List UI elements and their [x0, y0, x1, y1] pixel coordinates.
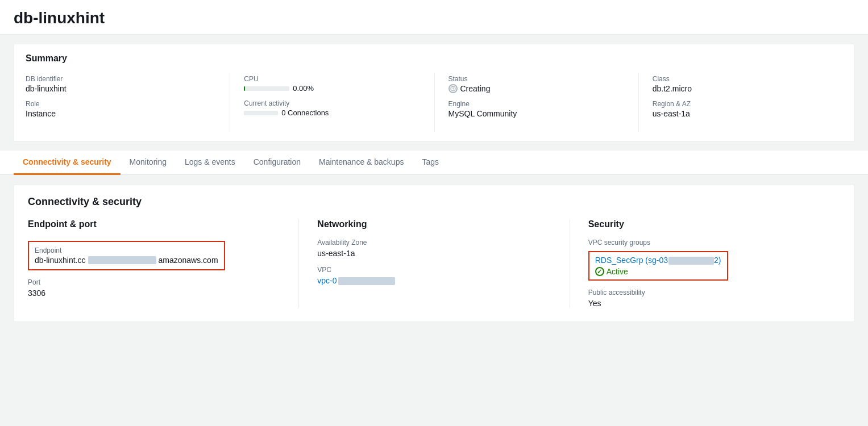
summary-col-1: DB identifier db-linuxhint Role Instance [26, 73, 230, 132]
engine-row: Engine MySQL Community [448, 100, 629, 118]
tab-configuration[interactable]: Configuration [244, 151, 310, 175]
engine-value: MySQL Community [448, 109, 629, 118]
db-identifier-row: DB identifier db-linuxhint [26, 75, 221, 93]
endpoint-port-title: Endpoint & port [28, 219, 280, 229]
summary-col-2: CPU 0.00% Current activity [230, 73, 434, 132]
svg-line-2 [453, 89, 454, 90]
endpoint-box: Endpoint db-linuxhint.cc amazonaws.com [28, 241, 225, 270]
page-wrapper: db-linuxhint Summary DB identifier db-li… [0, 0, 868, 426]
region-az-label: Region & AZ [653, 100, 833, 108]
vpc-sg-label: VPC security groups [588, 239, 822, 247]
status-creating-icon [448, 84, 458, 93]
endpoint-suffix: amazonaws.com [159, 256, 218, 265]
engine-label: Engine [448, 100, 629, 108]
cpu-bar-fill [244, 86, 245, 91]
current-activity-label: Current activity [244, 99, 425, 107]
class-value: db.t2.micro [653, 84, 833, 93]
cpu-row: CPU 0.00% [244, 75, 425, 93]
cpu-label: CPU [244, 75, 425, 83]
endpoint-port-col: Endpoint & port Endpoint db-linuxhint.cc… [28, 219, 298, 308]
tab-monitoring[interactable]: Monitoring [121, 151, 176, 175]
endpoint-blurred-1 [88, 256, 156, 264]
status-row: Status Creating [448, 75, 629, 93]
status-text: Creating [460, 84, 491, 93]
cpu-percent: 0.00% [293, 84, 314, 93]
port-label: Port [28, 278, 280, 286]
public-value: Yes [588, 299, 822, 308]
summary-card: Summary DB identifier db-linuxhint Role … [14, 44, 854, 141]
clock-icon [450, 86, 456, 91]
port-value: 3306 [28, 289, 280, 298]
tab-connectivity[interactable]: Connectivity & security [14, 151, 121, 175]
networking-col: Networking Availability Zone us-east-1a … [298, 219, 569, 308]
tab-tags[interactable]: Tags [413, 151, 448, 175]
security-col: Security VPC security groups RDS_SecGrp … [570, 219, 840, 308]
sg-link[interactable]: RDS_SecGrp (sg-032) [595, 256, 721, 265]
connectivity-grid: Endpoint & port Endpoint db-linuxhint.cc… [28, 219, 840, 308]
active-status: ✓ Active [595, 267, 721, 276]
connectivity-section-card: Connectivity & security Endpoint & port … [14, 184, 854, 322]
role-row: Role Instance [26, 100, 221, 118]
tab-maintenance[interactable]: Maintenance & backups [310, 151, 413, 175]
public-label: Public accessibility [588, 289, 822, 296]
db-identifier-label: DB identifier [26, 75, 221, 83]
conn-bar [244, 111, 278, 115]
sg-link-row: RDS_SecGrp (sg-032) [595, 256, 721, 265]
networking-title: Networking [317, 219, 551, 229]
status-value: Creating [448, 84, 629, 93]
page-header: db-linuxhint [0, 0, 868, 35]
cpu-bar [244, 86, 289, 91]
summary-grid: DB identifier db-linuxhint Role Instance… [26, 73, 842, 132]
role-value: Instance [26, 109, 221, 118]
db-identifier-value: db-linuxhint [26, 84, 221, 93]
security-title: Security [588, 219, 822, 229]
summary-col-3: Status Creating [434, 73, 638, 132]
vpc-link[interactable]: vpc-0 [317, 276, 394, 285]
endpoint-label: Endpoint [35, 247, 218, 254]
vpc-value: vpc-0 [317, 276, 551, 285]
activity-row: Current activity 0 Connections [244, 99, 425, 117]
az-value: us-east-1a [317, 249, 551, 258]
page-title: db-linuxhint [14, 9, 854, 27]
role-label: Role [26, 100, 221, 108]
endpoint-value-row: db-linuxhint.cc amazonaws.com [35, 256, 218, 265]
conn-bar-container: 0 Connections [244, 108, 425, 117]
class-row: Class db.t2.micro [653, 75, 833, 93]
tab-logs[interactable]: Logs & events [176, 151, 244, 175]
az-label: Availability Zone [317, 239, 551, 247]
region-az-value: us-east-1a [653, 109, 833, 118]
vpc-label: VPC [317, 266, 551, 274]
content-area: Summary DB identifier db-linuxhint Role … [0, 44, 868, 322]
tabs-container: Connectivity & security Monitoring Logs … [0, 151, 868, 175]
cpu-bar-container: 0.00% [244, 84, 425, 93]
class-label: Class [653, 75, 833, 83]
region-az-row: Region & AZ us-east-1a [653, 100, 833, 118]
summary-title: Summary [26, 53, 842, 64]
connectivity-section-title: Connectivity & security [28, 196, 840, 208]
security-group-box: RDS_SecGrp (sg-032) ✓ Active [588, 251, 728, 281]
endpoint-prefix: db-linuxhint.cc [35, 256, 86, 265]
summary-col-4: Class db.t2.micro Region & AZ us-east-1a [638, 73, 842, 132]
connections-value: 0 Connections [281, 108, 329, 117]
active-label: Active [607, 267, 628, 276]
status-label: Status [448, 75, 629, 83]
active-icon: ✓ [595, 267, 604, 276]
